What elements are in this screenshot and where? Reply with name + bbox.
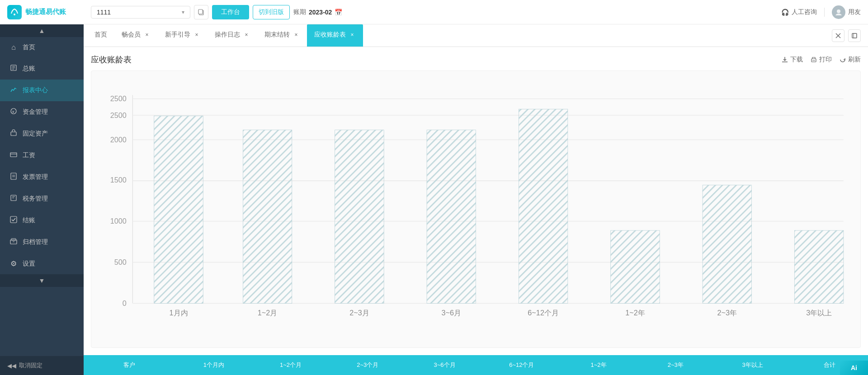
avatar bbox=[832, 5, 845, 19]
header-right: 🎧 人工咨询 用友 bbox=[781, 5, 861, 19]
sidebar-item-funds[interactable]: ¥ 资金管理 bbox=[0, 101, 84, 123]
tab-home[interactable]: 首页 bbox=[87, 24, 114, 47]
tab-period-end-close[interactable]: × bbox=[292, 31, 300, 38]
sidebar-item-ledger[interactable]: 总账 bbox=[0, 58, 84, 80]
divider bbox=[824, 8, 825, 17]
sidebar-label-invoice: 发票管理 bbox=[23, 173, 48, 181]
sidebar-item-archive[interactable]: 归档管理 bbox=[0, 231, 84, 253]
ai-badge[interactable]: Ai bbox=[840, 361, 868, 375]
svg-text:6~12个月: 6~12个月 bbox=[528, 309, 559, 317]
svg-rect-50 bbox=[335, 130, 384, 304]
tab-oplog-label: 操作日志 bbox=[215, 31, 240, 39]
svg-text:1~2月: 1~2月 bbox=[258, 309, 278, 317]
period-area: 账期 2023-02 📅 bbox=[293, 8, 342, 16]
svg-rect-25 bbox=[852, 33, 857, 38]
home-icon: ⌂ bbox=[9, 43, 18, 52]
period-value: 2023-02 bbox=[309, 9, 332, 16]
sidebar-label-ledger: 总账 bbox=[23, 65, 35, 73]
page-header: 应收账龄表 下载 打印 刷新 bbox=[91, 54, 861, 65]
tab-guide-close[interactable]: × bbox=[193, 31, 200, 38]
tab-ar-aging-close[interactable]: × bbox=[349, 31, 356, 38]
svg-text:1~2年: 1~2年 bbox=[625, 309, 645, 317]
maximize-tab-button[interactable] bbox=[848, 29, 861, 42]
chart-container: 0 500 1000 1500 2000 2500 2500 1 bbox=[91, 70, 861, 348]
th-3yearplus: 3年以上 bbox=[714, 361, 791, 369]
tab-member-close[interactable]: × bbox=[143, 31, 151, 38]
sidebar-item-invoice[interactable]: 发票管理 bbox=[0, 166, 84, 188]
svg-text:2500: 2500 bbox=[110, 111, 127, 119]
download-button[interactable]: 下载 bbox=[781, 56, 803, 64]
svg-text:500: 500 bbox=[114, 258, 127, 266]
svg-text:1月内: 1月内 bbox=[169, 309, 188, 317]
pin-icon: ◀◀ bbox=[7, 362, 16, 369]
cancel-pin-button[interactable]: ◀◀ 取消固定 bbox=[0, 356, 84, 375]
invoice-icon bbox=[9, 173, 18, 182]
company-selector[interactable]: 1111 ▾ bbox=[91, 6, 190, 19]
settings-icon: ⚙ bbox=[9, 259, 18, 268]
ledger-icon bbox=[9, 64, 18, 73]
svg-rect-58 bbox=[703, 185, 751, 304]
tab-oplog[interactable]: 操作日志 × bbox=[208, 24, 257, 47]
sidebar-item-home[interactable]: ⌂ 首页 bbox=[0, 37, 84, 58]
tabs-bar: 首页 畅会员 × 新手引导 × 操作日志 × 期末结转 × 应收账龄表 × bbox=[84, 24, 868, 47]
calendar-icon[interactable]: 📅 bbox=[335, 9, 342, 16]
page-content: 应收账龄表 下载 打印 刷新 bbox=[84, 47, 868, 355]
sidebar-label-tax: 税务管理 bbox=[23, 195, 48, 203]
sidebar-item-tax[interactable]: 税务管理 bbox=[0, 188, 84, 210]
print-button[interactable]: 打印 bbox=[810, 56, 832, 64]
main-layout: ▲ ⌂ 首页 总账 报表中心 ¥ 资金管理 固定资产 bbox=[0, 24, 868, 375]
tab-member[interactable]: 畅会员 × bbox=[114, 24, 158, 47]
svg-text:2000: 2000 bbox=[110, 136, 127, 144]
close-tab-button[interactable] bbox=[832, 29, 844, 42]
svg-rect-52 bbox=[427, 130, 476, 304]
tab-guide[interactable]: 新手引导 × bbox=[158, 24, 208, 47]
svg-point-3 bbox=[837, 9, 840, 13]
page-actions: 下载 打印 刷新 bbox=[781, 56, 861, 64]
sidebar-item-assets[interactable]: 固定资产 bbox=[0, 123, 84, 145]
logo-area: 畅捷通易代账 bbox=[7, 5, 91, 19]
sidebar-label-reports: 报表中心 bbox=[23, 86, 48, 94]
sidebar-scroll-up[interactable]: ▲ bbox=[0, 24, 84, 37]
period-label: 账期 bbox=[293, 8, 306, 16]
sidebar-label-settings: 设置 bbox=[23, 260, 35, 268]
refresh-button[interactable]: 刷新 bbox=[839, 56, 861, 64]
sidebar-item-checkout[interactable]: 结账 bbox=[0, 210, 84, 231]
user-area[interactable]: 用友 bbox=[832, 5, 861, 19]
logo-icon bbox=[7, 5, 22, 19]
workbench-button[interactable]: 工作台 bbox=[212, 5, 249, 19]
assets-icon bbox=[9, 129, 18, 138]
content-area: 首页 畅会员 × 新手引导 × 操作日志 × 期末结转 × 应收账龄表 × bbox=[84, 24, 868, 375]
svg-text:2500: 2500 bbox=[110, 94, 127, 103]
tab-period-end-label: 期末结转 bbox=[264, 31, 290, 39]
sidebar-label-funds: 资金管理 bbox=[23, 108, 48, 116]
switch-old-button[interactable]: 切到旧版 bbox=[253, 5, 290, 19]
salary-icon bbox=[9, 151, 18, 160]
th-2to3month: 2~3个月 bbox=[329, 361, 406, 369]
tab-oplog-close[interactable]: × bbox=[243, 31, 250, 38]
copy-button[interactable] bbox=[194, 5, 208, 19]
checkout-icon bbox=[9, 216, 18, 225]
sidebar-scroll-down[interactable]: ▼ bbox=[0, 274, 84, 287]
sidebar-item-salary[interactable]: 工资 bbox=[0, 145, 84, 166]
logo-text: 畅捷通易代账 bbox=[25, 8, 66, 16]
svg-text:3~6月: 3~6月 bbox=[441, 309, 461, 317]
svg-rect-48 bbox=[243, 130, 292, 304]
svg-text:1500: 1500 bbox=[110, 176, 127, 184]
headset-icon: 🎧 bbox=[781, 9, 789, 16]
consult-button[interactable]: 🎧 人工咨询 bbox=[781, 8, 817, 16]
svg-rect-54 bbox=[519, 109, 567, 304]
th-1to2year: 1~2年 bbox=[560, 361, 637, 369]
tab-ar-aging[interactable]: 应收账龄表 × bbox=[307, 24, 363, 47]
sidebar-item-settings[interactable]: ⚙ 设置 bbox=[0, 253, 84, 274]
bar-chart: 0 500 1000 1500 2000 2500 2500 1 bbox=[96, 75, 856, 347]
top-header: 畅捷通易代账 1111 ▾ 工作台 切到旧版 账期 2023-02 📅 🎧 人工… bbox=[0, 0, 868, 24]
sidebar-item-reports[interactable]: 报表中心 bbox=[0, 80, 84, 101]
svg-rect-19 bbox=[10, 216, 17, 223]
svg-text:0: 0 bbox=[123, 299, 127, 307]
tab-period-end[interactable]: 期末结转 × bbox=[257, 24, 307, 47]
company-name: 1111 bbox=[97, 9, 178, 16]
th-customer: 客户 bbox=[84, 361, 175, 369]
svg-rect-2 bbox=[198, 9, 203, 14]
table-header: 客户 1个月内 1~2个月 2~3个月 3~6个月 6~12个月 1~2年 2~… bbox=[84, 355, 868, 375]
svg-text:¥: ¥ bbox=[12, 110, 14, 114]
